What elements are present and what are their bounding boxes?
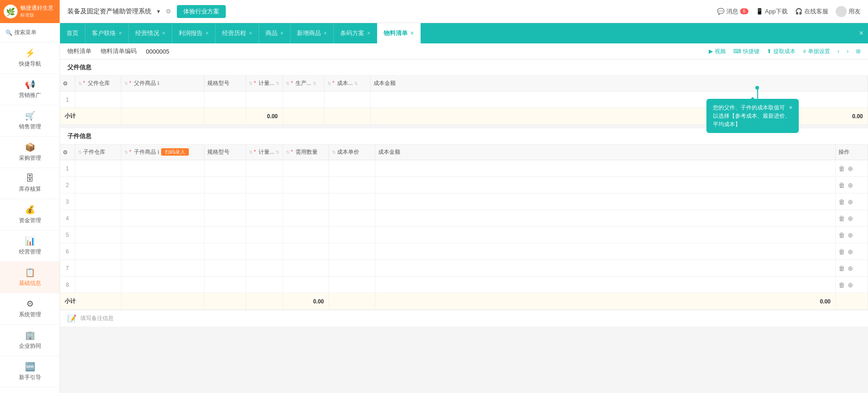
delete-row-icon[interactable]: 🗑 bbox=[838, 231, 845, 239]
child-row-unit[interactable] bbox=[246, 193, 283, 210]
tab-customer-close[interactable]: × bbox=[119, 30, 122, 36]
parent-row-production[interactable] bbox=[283, 91, 324, 108]
child-row-product[interactable] bbox=[121, 177, 204, 193]
child-row-qty[interactable] bbox=[283, 210, 329, 227]
parent-col-gear[interactable]: ⚙ bbox=[60, 76, 75, 91]
sidebar-item-inventory[interactable]: 🗄 库存核算 bbox=[0, 168, 60, 199]
delete-row-icon[interactable]: 🗑 bbox=[838, 165, 845, 172]
delete-row-icon[interactable]: 🗑 bbox=[838, 215, 845, 222]
tab-bom-close[interactable]: × bbox=[410, 30, 414, 36]
sidebar-item-marketing[interactable]: 📢 营销推广 bbox=[0, 74, 60, 105]
child-row-unit-price[interactable] bbox=[329, 210, 375, 227]
copy-row-icon[interactable]: ⊕ bbox=[848, 281, 853, 289]
tab-biz-history[interactable]: 经营历程 × bbox=[216, 23, 259, 43]
tab-new-products[interactable]: 新增商品 × bbox=[290, 23, 334, 43]
tab-new-products-close[interactable]: × bbox=[324, 30, 327, 36]
system-select-dropdown[interactable]: ▾ bbox=[157, 8, 160, 15]
online-service-item[interactable]: 🎧 在线客服 bbox=[795, 7, 828, 16]
child-row-warehouse[interactable] bbox=[75, 177, 121, 193]
delete-row-icon[interactable]: 🗑 bbox=[838, 198, 845, 206]
child-row-product[interactable] bbox=[121, 193, 204, 210]
tab-customer[interactable]: 客户联络 × bbox=[85, 23, 129, 43]
copy-row-icon[interactable]: ⊕ bbox=[848, 248, 853, 255]
child-row-unit-price[interactable] bbox=[329, 277, 375, 293]
child-row-product[interactable] bbox=[121, 227, 204, 243]
tab-products[interactable]: 商品 × bbox=[259, 23, 290, 43]
app-download-item[interactable]: 📱 App下载 bbox=[756, 7, 788, 16]
tab-bom[interactable]: 物料清单 × bbox=[377, 23, 421, 43]
child-row-spec[interactable] bbox=[204, 243, 246, 260]
user-item[interactable]: 用友 bbox=[836, 6, 861, 17]
child-row-product[interactable] bbox=[121, 260, 204, 277]
tab-products-close[interactable]: × bbox=[280, 30, 283, 36]
delete-row-icon[interactable]: 🗑 bbox=[838, 181, 845, 189]
child-row-unit-price[interactable] bbox=[329, 177, 375, 193]
child-row-unit[interactable] bbox=[246, 277, 283, 293]
child-row-spec[interactable] bbox=[204, 227, 246, 243]
child-row-qty[interactable] bbox=[283, 277, 329, 293]
settings-icon[interactable]: ⚙ bbox=[166, 8, 171, 15]
parent-row-product[interactable] bbox=[121, 91, 204, 108]
child-row-spec[interactable] bbox=[204, 193, 246, 210]
child-row-amount[interactable] bbox=[375, 193, 836, 210]
sidebar-search[interactable]: 🔍 搜索菜单 bbox=[0, 23, 60, 42]
child-row-warehouse[interactable] bbox=[75, 193, 121, 210]
child-row-amount[interactable] bbox=[375, 160, 836, 177]
grid-view-btn[interactable]: ⊞ bbox=[856, 48, 861, 54]
child-row-warehouse[interactable] bbox=[75, 210, 121, 227]
copy-row-icon[interactable]: ⊕ bbox=[848, 198, 853, 206]
delete-row-icon[interactable]: 🗑 bbox=[838, 265, 845, 272]
view-video-btn[interactable]: ▶ 视频 bbox=[709, 48, 726, 55]
child-row-unit[interactable] bbox=[246, 177, 283, 193]
child-row-product[interactable] bbox=[121, 243, 204, 260]
sidebar-item-basic-info[interactable]: 📋 基础信息 bbox=[0, 262, 60, 293]
parent-row-warehouse[interactable] bbox=[75, 91, 121, 108]
child-row-warehouse[interactable] bbox=[75, 243, 121, 260]
child-row-amount[interactable] bbox=[375, 260, 836, 277]
child-row-spec[interactable] bbox=[204, 177, 246, 193]
tab-biz-history-close[interactable]: × bbox=[249, 30, 252, 36]
child-row-spec[interactable] bbox=[204, 160, 246, 177]
child-col-gear[interactable]: ⚙ bbox=[60, 145, 75, 160]
sidebar-item-system[interactable]: ⚙ 系统管理 bbox=[0, 293, 60, 325]
child-row-unit[interactable] bbox=[246, 227, 283, 243]
tab-barcode-close[interactable]: × bbox=[367, 30, 370, 36]
tab-profit-report-close[interactable]: × bbox=[205, 30, 209, 36]
sidebar-item-quick-nav[interactable]: ⚡ 快捷导航 bbox=[0, 42, 60, 74]
tooltip-close-btn[interactable]: × bbox=[789, 103, 792, 112]
nav-next-btn[interactable]: › bbox=[847, 48, 849, 54]
copy-row-icon[interactable]: ⊕ bbox=[848, 265, 853, 272]
child-row-spec[interactable] bbox=[204, 277, 246, 293]
child-row-qty[interactable] bbox=[283, 227, 329, 243]
sidebar-item-operations[interactable]: 📊 经营管理 bbox=[0, 230, 60, 262]
child-row-unit-price[interactable] bbox=[329, 193, 375, 210]
sidebar-item-enterprise[interactable]: 🏢 企业协同 bbox=[0, 325, 60, 356]
child-row-qty[interactable] bbox=[283, 243, 329, 260]
child-row-unit-price[interactable] bbox=[329, 260, 375, 277]
search-menu-button[interactable]: 🔍 搜索菜单 bbox=[4, 27, 56, 38]
delete-row-icon[interactable]: 🗑 bbox=[838, 248, 845, 255]
copy-row-icon[interactable]: ⊕ bbox=[848, 231, 853, 239]
child-row-unit[interactable] bbox=[246, 210, 283, 227]
tab-operations-status-close[interactable]: × bbox=[162, 30, 165, 36]
child-row-warehouse[interactable] bbox=[75, 227, 121, 243]
delete-row-icon[interactable]: 🗑 bbox=[838, 281, 845, 289]
child-row-product[interactable] bbox=[121, 277, 204, 293]
nav-prev-btn[interactable]: ‹ bbox=[838, 48, 839, 54]
child-row-qty[interactable] bbox=[283, 193, 329, 210]
child-row-qty[interactable] bbox=[283, 177, 329, 193]
copy-row-icon[interactable]: ⊕ bbox=[848, 165, 853, 172]
child-row-unit[interactable] bbox=[246, 160, 283, 177]
child-row-unit-price[interactable] bbox=[329, 243, 375, 260]
child-row-qty[interactable] bbox=[283, 260, 329, 277]
sidebar-item-finance[interactable]: 💰 资金管理 bbox=[0, 199, 60, 230]
parent-row-unit[interactable] bbox=[246, 91, 283, 108]
child-row-unit-price[interactable] bbox=[329, 160, 375, 177]
sidebar-item-guide[interactable]: 🆕 新手引导 bbox=[0, 356, 60, 387]
child-row-unit[interactable] bbox=[246, 243, 283, 260]
parent-row-spec[interactable] bbox=[204, 91, 246, 108]
child-row-warehouse[interactable] bbox=[75, 277, 121, 293]
parent-row-cost[interactable] bbox=[324, 91, 370, 108]
tab-operations-status[interactable]: 经营情况 × bbox=[129, 23, 172, 43]
tab-profit-report[interactable]: 利润报告 × bbox=[172, 23, 216, 43]
